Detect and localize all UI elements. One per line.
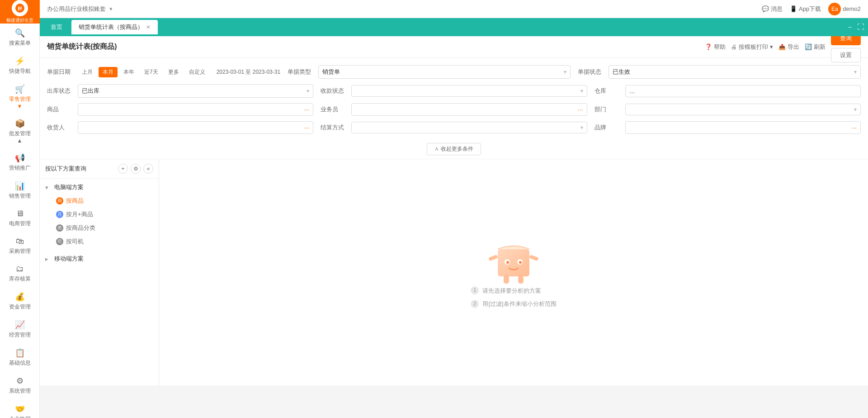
sidebar-item-enterprise-label: 企业协同	[9, 415, 31, 418]
wholesale-icon: 📦	[15, 119, 25, 128]
scheme-item-by-month-goods[interactable]: 月 按月+商品	[40, 208, 159, 221]
collapse-btn[interactable]: ∧ 收起更多条件	[427, 143, 481, 155]
scheme-group-mobile-header[interactable]: ▸ 移动端方案	[40, 252, 159, 266]
ecommerce-icon: 🖥	[16, 209, 24, 218]
avatar: Ea	[828, 3, 841, 15]
message-btn[interactable]: 💬 消息	[762, 5, 783, 13]
sidebar-item-wholesale[interactable]: 📦 批发管理 ▲	[0, 114, 40, 148]
scheme-item-by-sku[interactable]: 司 按司机	[40, 235, 159, 248]
recipient-dots[interactable]: ···	[304, 124, 310, 131]
header-right: 💬 消息 📱 App下载 Ea demo2	[762, 3, 861, 15]
query-button[interactable]: 查询	[831, 36, 861, 45]
warehouse-filter: 仓库 …	[594, 85, 861, 97]
sidebar-item-enterprise[interactable]: 🤝 企业协同	[0, 399, 40, 418]
empty-state: 1 请先选择要分析的方案 2 用[过滤]条件来缩小分析范围	[453, 218, 574, 328]
scheme-add-btn[interactable]: +	[118, 164, 128, 174]
tab-sales-stat-label: 销货单统计表（按商品）	[79, 23, 143, 31]
dept-control[interactable]: ▾	[625, 104, 861, 115]
basic-icon: 📋	[15, 348, 25, 358]
goods-dots[interactable]: ···	[304, 106, 310, 113]
export-btn[interactable]: 📤 导出	[778, 43, 799, 51]
filter-row-3: 商品 ··· 业务员 ··· 部门	[47, 103, 861, 116]
tab-sales-stat[interactable]: 销货单统计表（按商品） ✕	[71, 20, 158, 34]
logo-icon: 好	[12, 0, 28, 16]
empty-tip-2: 2 用[过滤]条件来缩小分析范围	[471, 299, 556, 309]
doc-type-value: 销货单	[322, 68, 564, 76]
doc-status-control[interactable]: 已生效 ▾	[609, 65, 861, 79]
scheme-item-by-goods[interactable]: 商 按商品	[40, 194, 159, 208]
user-area[interactable]: Ea demo2	[828, 3, 861, 15]
sidebar-item-purchase[interactable]: 🛍 采购管理	[0, 232, 40, 260]
print-btn[interactable]: 🖨 按模板打印 ▾	[731, 43, 773, 51]
doc-status-filter: 单据状态 已生效 ▾	[578, 65, 861, 79]
settle-arrow: ▾	[580, 124, 583, 131]
sidebar-item-system[interactable]: ⚙ 系统管理	[0, 371, 40, 399]
settings-button[interactable]: 设置	[831, 48, 861, 62]
sidebar-item-inventory[interactable]: 🗂 库存核算	[0, 260, 40, 287]
sidebar-item-operation[interactable]: 📈 经营管理	[0, 315, 40, 343]
brand-control[interactable]: ···	[625, 121, 861, 134]
sidebar-item-sales[interactable]: 📊 销售管理	[0, 176, 40, 204]
goods-label: 商品	[47, 105, 74, 114]
app-download-btn[interactable]: 📱 App下载	[790, 5, 821, 13]
chevron-right-icon: ▸	[45, 256, 52, 262]
sidebar-item-ecommerce[interactable]: 🖥 电商管理	[0, 204, 40, 232]
salesman-dots[interactable]: ···	[578, 106, 583, 113]
operation-icon: 📈	[15, 320, 25, 330]
date-tabs: 上月 本月 本年 近7天 更多 自定义	[78, 67, 209, 77]
tip-num-1: 1	[471, 286, 479, 294]
doc-type-control[interactable]: 销货单 ▾	[318, 65, 571, 79]
sales-icon: 📊	[15, 181, 25, 191]
page-title: 销货单统计表(按商品)	[47, 42, 117, 52]
scheme-group-pc-header[interactable]: ▾ 电脑端方案	[40, 180, 159, 194]
tab-bar-right: － ⛶	[846, 23, 864, 32]
brand-label: 品牌	[594, 124, 622, 132]
sidebar-item-retail[interactable]: 🛒 零售管理 ▼	[0, 80, 40, 114]
sidebar-item-retail-label: 零售管理	[9, 95, 31, 103]
payment-status-control[interactable]: ▾	[351, 85, 587, 97]
date-tab-this-month[interactable]: 本月	[99, 67, 118, 77]
tab-minimize-btn[interactable]: －	[846, 23, 854, 32]
tab-maximize-btn[interactable]: ⛶	[857, 23, 864, 31]
scheme-item-month-goods-label: 按月+商品	[66, 210, 93, 218]
sidebar-item-operation-label: 经营管理	[9, 331, 31, 339]
settle-control[interactable]: ▾	[351, 122, 587, 133]
sidebar-item-basic-label: 基础信息	[9, 359, 31, 367]
refresh-label: 刷新	[814, 43, 826, 51]
tab-close-icon[interactable]: ✕	[146, 24, 151, 30]
date-tab-more[interactable]: 更多	[164, 67, 183, 77]
sidebar-item-search[interactable]: 🔍 搜索菜单	[0, 24, 40, 52]
goods-control[interactable]: ···	[78, 103, 313, 116]
tab-home[interactable]: 首页	[43, 20, 70, 34]
date-tab-this-year[interactable]: 本年	[119, 67, 138, 77]
sidebar-item-finance[interactable]: 💰 资金管理	[0, 287, 40, 315]
warehouse-control[interactable]: …	[625, 85, 861, 97]
svg-point-6	[519, 261, 522, 264]
empty-tip-1: 1 请先选择要分析的方案	[471, 285, 556, 296]
date-tab-7days[interactable]: 近7天	[140, 67, 162, 77]
scheme-panel-header: 按以下方案查询 + ⚙ «	[40, 159, 159, 179]
recipient-control[interactable]: ···	[78, 121, 313, 134]
scheme-item-goods-cat-label: 按商品分类	[66, 224, 95, 232]
doc-status-arrow: ▾	[854, 69, 857, 75]
scheme-collapse-btn[interactable]: «	[143, 164, 153, 174]
sidebar-item-quick[interactable]: ⚡ 快捷导航	[0, 52, 40, 80]
brand-dots[interactable]: ···	[851, 124, 857, 131]
date-label: 单据日期	[47, 68, 74, 76]
warehouse-status-control[interactable]: 已出库 ▾	[78, 84, 313, 98]
page-content: 销货单统计表(按商品) ❓ 帮助 🖨 按模板打印 ▾ 📤 导出 🔄 刷新	[40, 36, 868, 418]
salesman-control[interactable]: ···	[351, 103, 587, 116]
date-tab-prev-month[interactable]: 上月	[78, 67, 97, 77]
sidebar-item-basic[interactable]: 📋 基础信息	[0, 343, 40, 371]
sidebar-item-marketing[interactable]: 📢 营销推广	[0, 148, 40, 176]
scheme-item-by-goods-cat[interactable]: 类 按商品分类	[40, 221, 159, 235]
warehouse-status-value: 已出库	[82, 87, 307, 95]
workspace-dropdown-icon[interactable]: ▾	[109, 5, 113, 12]
help-btn[interactable]: ❓ 帮助	[705, 43, 726, 51]
sidebar: 好 畅捷通好生意 🔍 搜索菜单 ⚡ 快捷导航 🛒 零售管理 ▼ 📦 批发管理 ▲…	[0, 0, 40, 418]
date-tab-custom[interactable]: 自定义	[185, 67, 209, 77]
scheme-settings-btn[interactable]: ⚙	[131, 164, 141, 174]
svg-rect-2	[498, 249, 529, 276]
refresh-btn[interactable]: 🔄 刷新	[805, 43, 826, 51]
scheme-item-goods-icon: 商	[56, 197, 63, 204]
